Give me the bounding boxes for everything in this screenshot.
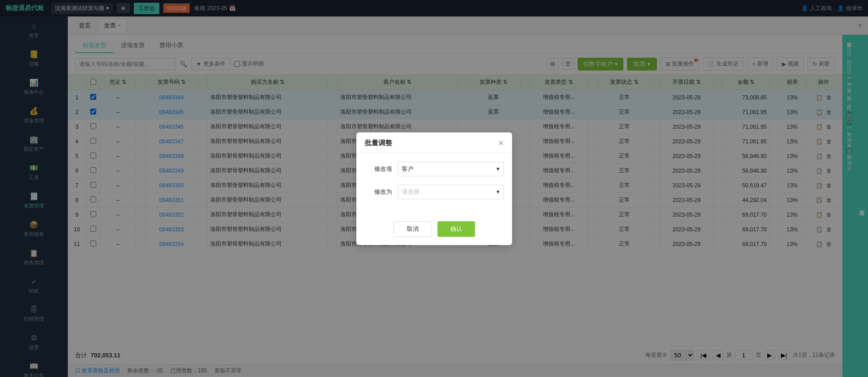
modal-overlay[interactable]: 批量调整 ✕ 修改项 客户 ▾ 修改为 请选择 ▾ 取消 确认 (0, 0, 868, 377)
modify-field-label: 修改项 (365, 165, 392, 173)
modal-header: 批量调整 ✕ (356, 132, 512, 153)
modify-field-value: 客户 (402, 165, 414, 173)
modal-close-btn[interactable]: ✕ (498, 139, 504, 148)
modify-to-label: 修改为 (365, 188, 392, 196)
modal-confirm-btn[interactable]: 确认 (437, 221, 475, 237)
modal-title: 批量调整 (365, 139, 392, 148)
modify-to-dropdown-icon: ▾ (497, 188, 500, 195)
modify-field-select[interactable]: 客户 ▾ (398, 162, 504, 176)
modify-field-dropdown-icon: ▾ (497, 165, 500, 172)
modify-to-row: 修改为 请选择 ▾ (365, 185, 504, 199)
modal-cancel-btn[interactable]: 取消 (393, 221, 432, 237)
modal-body: 修改项 客户 ▾ 修改为 请选择 ▾ (356, 153, 512, 217)
modify-field-row: 修改项 客户 ▾ (365, 162, 504, 176)
modal-footer: 取消 确认 (356, 217, 512, 245)
modify-to-select[interactable]: 请选择 ▾ (398, 185, 504, 199)
modify-to-placeholder: 请选择 (402, 188, 420, 196)
batch-adjust-modal: 批量调整 ✕ 修改项 客户 ▾ 修改为 请选择 ▾ 取消 确认 (356, 132, 512, 245)
